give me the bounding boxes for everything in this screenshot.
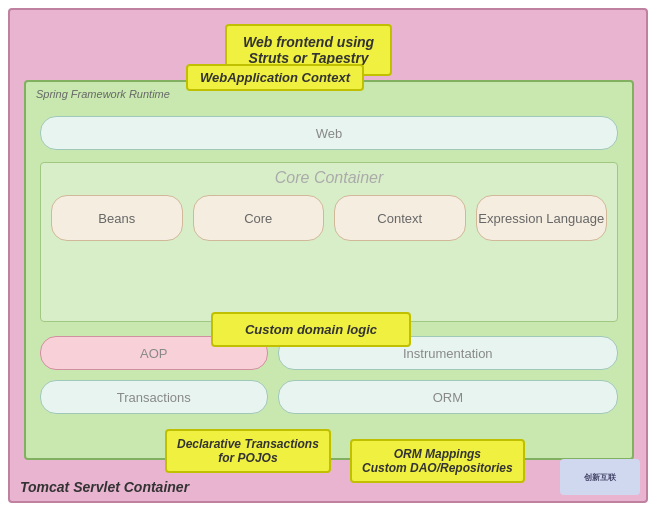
web-box: Web [40, 116, 618, 150]
context-box: Context [334, 195, 466, 241]
orm-mappings-badge: ORM Mappings Custom DAO/Repositories [350, 439, 525, 483]
core-container-section: Core Container Beans Core Context Expres… [40, 162, 618, 322]
custom-domain-badge: Custom domain logic [211, 312, 411, 347]
tomcat-label: Tomcat Servlet Container [20, 479, 189, 495]
spring-container: Spring Framework Runtime WebApplication … [24, 80, 634, 460]
spring-label: Spring Framework Runtime [36, 88, 170, 100]
core-container-label: Core Container [41, 169, 617, 187]
transactions-box: Transactions [40, 380, 268, 414]
expression-language-box: Expression Language [476, 195, 608, 241]
webapp-context-badge: WebApplication Context [186, 64, 364, 91]
declarative-transactions-badge: Declarative Transactions for POJOs [165, 429, 331, 473]
transactions-orm-row: Transactions ORM [40, 380, 618, 414]
orm-box: ORM [278, 380, 618, 414]
tomcat-container: Tomcat Servlet Container Web frontend us… [8, 8, 648, 503]
core-box: Core [193, 195, 325, 241]
beans-box: Beans [51, 195, 183, 241]
core-boxes: Beans Core Context Expression Language [51, 195, 607, 241]
watermark: 创新互联 [560, 459, 640, 495]
